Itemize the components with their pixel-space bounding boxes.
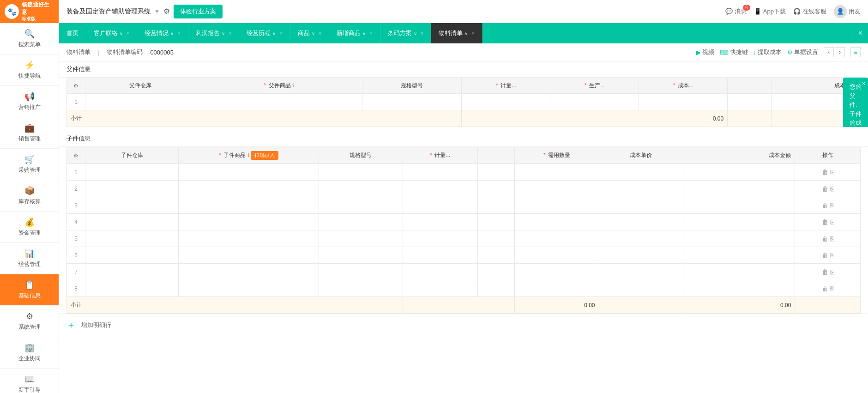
sidebar-item-sales[interactable]: 💼 销售管理 (0, 117, 59, 149)
child-sort-cell[interactable] (477, 197, 515, 214)
extract-cost-action[interactable]: ↓ 提取成本 (753, 48, 782, 56)
child-sort2-cell[interactable] (683, 247, 720, 264)
child-product-cell[interactable] (179, 197, 319, 214)
child-unit-cell[interactable] (403, 280, 477, 297)
tab-home[interactable]: 首页 (59, 23, 86, 43)
child-qty-cell[interactable] (515, 181, 599, 197)
delete-icon[interactable]: 🗑 (822, 185, 828, 193)
child-amount-cell[interactable] (720, 197, 795, 214)
sidebar-item-marketing[interactable]: 📢 营销推广 (0, 86, 59, 117)
child-qty-cell[interactable] (515, 264, 599, 280)
sidebar-item-purchase[interactable]: 🛒 采购管理 (0, 149, 59, 180)
child-amount-cell[interactable] (720, 181, 795, 197)
parent-cost-cell[interactable] (639, 94, 728, 110)
add-row-icon[interactable]: ＋ (66, 319, 76, 331)
child-sort2-cell[interactable] (683, 264, 720, 280)
child-product-cell[interactable] (179, 230, 319, 247)
child-amount-cell[interactable] (720, 164, 795, 181)
delete-icon[interactable]: 🗑 (822, 235, 828, 242)
child-qty-cell[interactable] (515, 230, 599, 247)
child-unit-cell[interactable] (403, 230, 477, 247)
child-product-cell[interactable] (179, 214, 319, 230)
gear-icon[interactable]: ⚙ (73, 83, 78, 89)
sidebar-item-search[interactable]: 🔍 搜索菜单 (0, 23, 59, 54)
copy-icon[interactable]: ⎘ (830, 218, 834, 226)
tab-business[interactable]: 经营情况 ∨ × (137, 23, 188, 43)
child-sort-cell[interactable] (477, 164, 515, 181)
tab-close-icon[interactable]: × (127, 30, 129, 36)
child-sort2-cell[interactable] (683, 230, 720, 247)
sidebar-item-quicknav[interactable]: ⚡ 快捷导航 (0, 54, 59, 86)
delete-icon[interactable]: 🗑 (822, 268, 828, 276)
child-amount-cell[interactable] (720, 247, 795, 264)
child-product-cell[interactable] (179, 164, 319, 181)
child-warehouse-cell[interactable] (85, 181, 179, 197)
child-unit-cell[interactable] (403, 247, 477, 264)
tab-customer[interactable]: 客户联络 ∨ × (86, 23, 137, 43)
sidebar-item-enterprise[interactable]: 🏢 企业协同 (0, 337, 59, 369)
child-sort-cell[interactable] (477, 230, 515, 247)
child-amount-cell[interactable] (720, 214, 795, 230)
child-spec-cell[interactable] (319, 164, 403, 181)
child-product-cell[interactable] (179, 264, 319, 280)
child-product-cell[interactable] (179, 280, 319, 297)
app-download-item[interactable]: 📱 App下载 (754, 7, 786, 16)
single-settings-action[interactable]: ⚙ 单据设置 (787, 48, 818, 56)
child-sort2-cell[interactable] (683, 214, 720, 230)
sidebar-item-operations[interactable]: 📊 经营管理 (0, 243, 59, 274)
delete-icon[interactable]: 🗑 (822, 169, 828, 176)
sidebar-item-inventory[interactable]: 📦 库存核算 (0, 180, 59, 212)
tab-barcode[interactable]: 条码方案 ∨ × (380, 23, 431, 43)
online-service-item[interactable]: 🎧 在线客服 (793, 7, 826, 16)
tab-close-icon[interactable]: × (229, 30, 231, 36)
child-qty-cell[interactable] (515, 164, 599, 181)
child-spec-cell[interactable] (319, 247, 403, 264)
child-sort-cell[interactable] (477, 214, 515, 230)
tab-close-icon[interactable]: × (279, 30, 282, 36)
child-unit-price-cell[interactable] (599, 230, 683, 247)
copy-icon[interactable]: ⎘ (830, 235, 834, 242)
tab-close-icon[interactable]: × (421, 30, 423, 36)
child-sort-cell[interactable] (477, 280, 515, 297)
tab-bom[interactable]: 物料清单 ∨ × (431, 23, 482, 43)
breadcrumb-bom-list[interactable]: 物料清单 (66, 48, 90, 56)
parent-spec-cell[interactable] (362, 94, 462, 110)
child-warehouse-cell[interactable] (85, 214, 179, 230)
child-unit-cell[interactable] (403, 264, 477, 280)
child-spec-cell[interactable] (319, 181, 403, 197)
parent-product-cell[interactable] (196, 94, 362, 110)
copy-icon[interactable]: ⎘ (830, 252, 834, 259)
child-unit-price-cell[interactable] (599, 280, 683, 297)
child-unit-price-cell[interactable] (599, 164, 683, 181)
child-sort2-cell[interactable] (683, 181, 720, 197)
tab-close-icon[interactable]: × (319, 30, 321, 36)
copy-icon[interactable]: ⎘ (830, 285, 834, 292)
child-warehouse-cell[interactable] (85, 280, 179, 297)
child-spec-cell[interactable] (319, 230, 403, 247)
parent-produce-cell[interactable] (550, 94, 639, 110)
child-qty-cell[interactable] (515, 247, 599, 264)
child-qty-cell[interactable] (515, 197, 599, 214)
child-qty-cell[interactable] (515, 280, 599, 297)
child-amount-cell[interactable] (720, 280, 795, 297)
child-product-cell[interactable] (179, 247, 319, 264)
gear-icon[interactable]: ⚙ (73, 152, 78, 159)
child-unit-price-cell[interactable] (599, 181, 683, 197)
parent-sort-cell[interactable] (728, 94, 772, 110)
child-unit-price-cell[interactable] (599, 197, 683, 214)
delete-icon[interactable]: 🗑 (822, 218, 828, 226)
tab-profit[interactable]: 利润报告 ∨ × (188, 23, 239, 43)
delete-icon[interactable]: 🗑 (822, 202, 828, 209)
child-sort-cell[interactable] (477, 181, 515, 197)
add-row-link[interactable]: 增加明细行 (81, 321, 111, 329)
child-spec-cell[interactable] (319, 197, 403, 214)
parent-unit-cell[interactable] (462, 94, 550, 110)
tooltip-close-button[interactable]: × (862, 79, 865, 88)
child-unit-cell[interactable] (403, 164, 477, 181)
child-warehouse-cell[interactable] (85, 230, 179, 247)
child-unit-price-cell[interactable] (599, 264, 683, 280)
tab-goods[interactable]: 商品 ∨ × (290, 23, 329, 43)
view-action[interactable]: ▶ 视频 (696, 48, 714, 56)
copy-icon[interactable]: ⎘ (830, 268, 834, 276)
shortcut-action[interactable]: ⌨ 快捷键 (720, 48, 748, 56)
